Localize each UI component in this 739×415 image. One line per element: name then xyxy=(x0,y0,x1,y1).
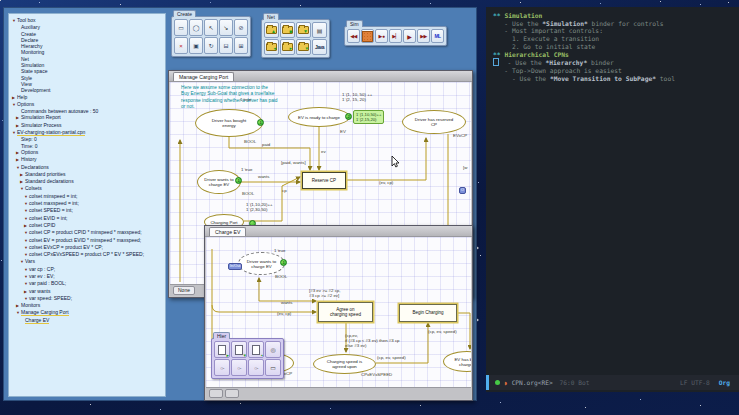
tree-item[interactable]: ▶Simulator Process xyxy=(9,122,165,129)
fusion-set-2-button[interactable]: ○- xyxy=(231,359,247,376)
aux-tool[interactable]: ⊘ xyxy=(234,19,248,36)
tree-item[interactable]: ▼colset SPEED = int; xyxy=(9,207,165,214)
annotation-text: Here we assume some connection to the Bu… xyxy=(181,85,278,111)
tree-item[interactable]: ▶colset CPID xyxy=(9,222,165,229)
token-count-badge: 1 xyxy=(257,119,264,126)
print-net-button[interactable]: ▤ xyxy=(312,22,327,38)
arc-tool[interactable]: ↘ xyxy=(219,19,233,36)
transition-agree-on-charging-speed[interactable]: Agree on charging speed xyxy=(318,302,373,322)
place-ev-is-ready-to-charge[interactable]: EV is ready to charge xyxy=(288,107,350,127)
fusion-set-1-button[interactable]: ○- xyxy=(214,359,230,376)
clone-tool[interactable]: ▣ xyxy=(189,37,203,54)
tree-item-label: Options xyxy=(17,101,34,107)
tree-item[interactable]: ▶var wants xyxy=(9,288,165,295)
tree-item[interactable]: ▼Vars xyxy=(9,258,165,265)
place-driver-wants-to-charge-ev-port[interactable]: Driver wants to charge EV xyxy=(238,252,285,275)
tree-item[interactable]: ▼Manage Carging Port xyxy=(9,309,165,316)
fusion-set-3-button[interactable]: ○- xyxy=(248,359,264,376)
transition-reserve-cp[interactable]: Reserve CP xyxy=(302,172,346,189)
tree-item[interactable]: ▼var paid : BOOL; xyxy=(9,280,165,287)
tree-item[interactable]: ▼Declarations xyxy=(9,164,165,171)
folder-icon: ▾ xyxy=(298,43,309,51)
tree-item[interactable]: ▼var speed: SPEED; xyxy=(9,295,165,302)
tree-item[interactable]: ▼Colsets xyxy=(9,185,165,192)
tree-item[interactable]: ▶Options xyxy=(9,149,165,156)
bottom-tab-stub[interactable] xyxy=(225,389,239,398)
net-label: 1`true xyxy=(241,167,252,172)
tree-item[interactable]: Charge EV xyxy=(9,317,165,323)
new-net-button[interactable]: ■ xyxy=(280,22,295,38)
tree-item[interactable]: ▼Tool box xyxy=(9,17,165,24)
tree-item[interactable]: ▼colset EV = product EVID * minspeed * m… xyxy=(9,237,165,244)
play-button[interactable]: ▶ xyxy=(403,29,416,43)
tree-item-label: EV-charging-station-partial.cpn xyxy=(17,129,85,136)
bottom-tab-none[interactable]: None xyxy=(173,286,195,295)
place-charging-speed-agreed[interactable]: Charging speed is agreed upon xyxy=(313,354,376,374)
major-mode-indicator[interactable]: Org xyxy=(719,379,730,387)
tree-item-label: colset maxspeed = int; xyxy=(29,200,79,206)
tree-item[interactable]: ▶Help xyxy=(9,94,165,101)
terminal-line: ** Hierarchical CPNs xyxy=(493,51,739,59)
emacs-org-window[interactable]: ** Simulation - Use the *Simulation* bin… xyxy=(486,7,739,392)
tree-item[interactable]: ▶History xyxy=(9,156,165,163)
assign-port-button[interactable]: ▪ xyxy=(248,341,264,358)
play-to-stop-button[interactable]: ▶▏ xyxy=(389,29,402,43)
rewind-button[interactable]: ◀◀ xyxy=(347,29,360,43)
tree-item[interactable]: ▼var ev : EV; xyxy=(9,273,165,280)
tree-item-label: colset EV = product EVID * minspeed * ma… xyxy=(29,237,141,243)
save-net-button[interactable]: ▼ xyxy=(296,22,311,38)
tree-item[interactable]: ▼EV-charging-station-partial.cpn xyxy=(9,129,165,136)
transition-begin-charging[interactable]: Begin Charging xyxy=(399,304,457,322)
open-net-button[interactable]: ◂ xyxy=(264,39,279,55)
modeline: ◗ CPN.org<RE> 76:0 Bot LF UTF-8 Org xyxy=(486,375,739,390)
save-in-java-button[interactable]: Java xyxy=(312,39,327,55)
export-net-button[interactable]: ▾ xyxy=(296,39,311,55)
tree-item-label: Step: 0 xyxy=(21,136,37,142)
stop-icon xyxy=(362,31,373,42)
tree-item[interactable]: ▼colset CP = product CPID * minspeed * m… xyxy=(9,229,165,236)
terminal-line: - Use the *Move Transition to SubPage* t… xyxy=(493,75,739,83)
index-tree-panel: ▼Tool boxAuxiliaryCreateDeclareHierarchy… xyxy=(8,13,166,397)
tree-item[interactable]: ▼colset EVID = int; xyxy=(9,215,165,222)
tree-item[interactable]: ▼colset CPxEVxSPEED = product CP * EV * … xyxy=(9,251,165,258)
single-step-button[interactable]: ▶● xyxy=(375,29,388,43)
delete-tool[interactable]: × xyxy=(174,37,188,54)
move-to-subpage-button[interactable]: ▸ xyxy=(214,341,230,358)
tree-item[interactable]: ▶Monitors xyxy=(9,302,165,309)
bottom-tab-stub[interactable] xyxy=(209,389,223,398)
tree-item-label: Help xyxy=(17,94,27,100)
tree-item[interactable]: ▼Options xyxy=(9,101,165,108)
tab-manage-carging-port[interactable]: Manage Carging Port xyxy=(173,72,234,81)
place-driver-has-bought-energy[interactable]: Driver has bought energy xyxy=(195,109,263,137)
align-horizontal-tool[interactable]: ⊟ xyxy=(219,37,233,54)
port-type-button[interactable]: ◎ xyxy=(265,341,281,358)
save-as-button[interactable]: ▸ xyxy=(280,39,295,55)
align-vertical-tool[interactable]: ⊞ xyxy=(234,37,248,54)
evaluate-ml-button[interactable]: ML xyxy=(431,29,444,43)
select-tool[interactable]: ↖ xyxy=(204,19,218,36)
tree-item[interactable]: ▶Standard declarations xyxy=(9,178,165,185)
tree-item[interactable]: ▼var cp : CP; xyxy=(9,266,165,273)
replace-by-subpage-button[interactable]: ▾ xyxy=(231,341,247,358)
terminal-text: *Hierarchy* xyxy=(546,59,588,66)
tag-position-button[interactable]: ▭ xyxy=(265,359,281,376)
net-label: 1`(1, 10, 50) ++ 1`(2, 15, 20) xyxy=(342,92,372,102)
tree-item[interactable]: ▼colset minspeed = int; xyxy=(9,193,165,200)
tree-item[interactable]: ▶Simulation Report xyxy=(9,114,165,121)
place-tool[interactable]: ▭ xyxy=(174,19,188,36)
stop-button[interactable] xyxy=(361,29,374,43)
tree-item-label: var wants xyxy=(29,288,50,294)
terminal-text: - Use the xyxy=(500,59,546,66)
tab-charge-ev[interactable]: Charge EV xyxy=(209,227,246,236)
tree-item-label: Auxiliary xyxy=(21,24,40,30)
fast-forward-button[interactable]: ▶▶ xyxy=(417,29,430,43)
rotate-tool[interactable]: ↻ xyxy=(204,37,218,54)
tree-item[interactable]: ▼colset maxspeed = int; xyxy=(9,200,165,207)
place-driver-has-reserved-cp[interactable]: Driver has reserved CP xyxy=(402,110,466,134)
tree-item-label: State space xyxy=(21,68,47,74)
load-net-button[interactable]: ▲ xyxy=(264,22,279,38)
tree-item[interactable]: ▼colset EVxCP = product EV * CP; xyxy=(9,244,165,251)
tree-item[interactable]: ▶Standard priorities xyxy=(9,171,165,178)
ellipse-tool[interactable]: ◯ xyxy=(189,19,203,36)
net-label: 1`true xyxy=(240,97,251,102)
